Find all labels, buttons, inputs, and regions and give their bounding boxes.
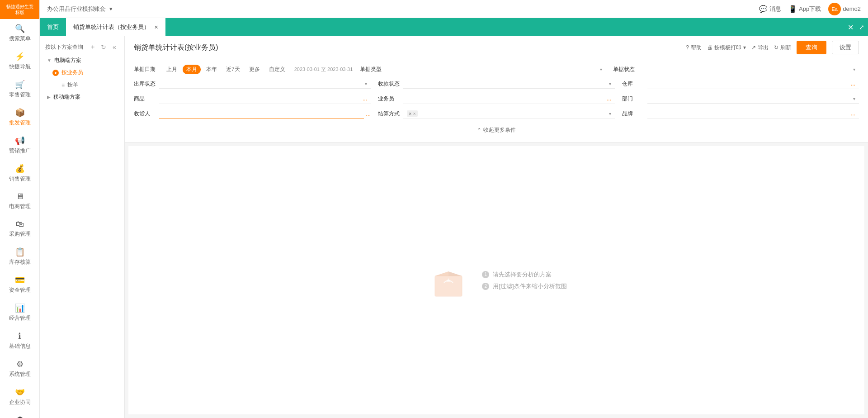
brand-select[interactable]: ...: [647, 109, 859, 119]
message-icon: 💬: [759, 5, 768, 13]
product-select[interactable]: ...: [159, 94, 371, 104]
payment-tag-close-icon[interactable]: ×: [413, 111, 415, 116]
date-tab-this-year[interactable]: 本年: [203, 65, 221, 74]
date-tab-last-month[interactable]: 上月: [163, 65, 181, 74]
doc-type-arrow-icon: ▾: [600, 67, 602, 72]
inventory-icon: 📋: [15, 247, 25, 257]
sidebar-item-newbie[interactable]: 🎓 新手引导: [0, 411, 39, 418]
app-download-btn[interactable]: 📱 App下载: [788, 5, 821, 13]
doc-type-label: 单据类型: [360, 66, 382, 73]
sidebar-item-retail[interactable]: 🛒 零售管理: [0, 75, 39, 103]
sidebar-item-ecommerce[interactable]: 🖥 电商管理: [0, 187, 39, 215]
doc-status-select[interactable]: ▾: [638, 65, 859, 74]
sidebar-item-wholesale[interactable]: 📦 批发管理: [0, 103, 39, 131]
help-btn[interactable]: ? 帮助: [686, 44, 702, 52]
tip-num-1: 1: [482, 271, 489, 278]
marketing-icon: 📢: [15, 136, 25, 146]
sidebar: 畅捷通好生意 标版 🔍 搜索菜单 ⚡ 快捷导航 🛒 零售管理 📦 批发管理 📢 …: [0, 0, 40, 418]
warehouse-select[interactable]: ...: [647, 79, 859, 89]
staff-dots[interactable]: ...: [607, 95, 611, 102]
date-tab-more[interactable]: 更多: [245, 65, 264, 74]
sidebar-item-enterprise[interactable]: 🤝 企业协同: [0, 383, 39, 411]
tree-desktop-parent[interactable]: ▼ 电脑端方案: [40, 54, 124, 66]
brand-dots[interactable]: ...: [851, 110, 855, 117]
sidebar-item-operation[interactable]: 📊 经营管理: [0, 299, 39, 327]
receipt-status-select[interactable]: ▾: [403, 80, 615, 89]
date-tab-custom[interactable]: 自定义: [265, 65, 289, 74]
refresh-btn[interactable]: ↻ 刷新: [774, 44, 791, 52]
panel-actions: ＋ ↻ «: [88, 43, 119, 52]
tab-maximize-icon[interactable]: ⤢: [859, 24, 864, 31]
collapse-chevron-icon: ⌃: [477, 127, 481, 133]
active-dot-icon: ●: [52, 70, 59, 76]
product-dots[interactable]: ...: [363, 95, 367, 102]
print-btn[interactable]: 🖨 按模板打印 ▾: [707, 44, 746, 52]
sidebar-item-search[interactable]: 🔍 搜索菜单: [0, 19, 39, 47]
sidebar-item-purchase[interactable]: 🛍 采购管理: [0, 215, 39, 242]
content-area: 按以下方案查询 ＋ ↻ « ▼ 电脑端方案 ● 按业务员 ≡: [40, 36, 868, 418]
app-dropdown-label[interactable]: 办公用品行业模拟账套: [47, 5, 106, 13]
tab-home[interactable]: 首页: [40, 18, 66, 36]
doc-type-select[interactable]: ▾: [385, 65, 606, 74]
user-menu-btn[interactable]: Ea demo2: [828, 3, 861, 15]
tree-by-staff[interactable]: ● 按业务员: [40, 66, 124, 79]
out-status-arrow-icon: ▾: [365, 81, 367, 86]
date-tab-this-month[interactable]: 本月: [183, 65, 201, 74]
dept-select[interactable]: ▾: [647, 95, 859, 104]
staff-label: 业务员: [378, 95, 400, 103]
tree-mobile-parent[interactable]: ▶ 移动端方案: [40, 91, 124, 103]
newbie-icon: 🎓: [15, 415, 25, 418]
empty-tip-1: 1 请先选择要分析的方案: [482, 271, 566, 279]
print-icon: 🖨: [707, 44, 712, 51]
filter-area: 单据日期 上月 本月 本年 近7天 更多 自定义 2023-03-01 至 20…: [125, 59, 868, 142]
collapse-btn[interactable]: ⌃ 收起更多条件: [134, 124, 859, 137]
dropdown-arrow-icon[interactable]: ▾: [109, 5, 113, 12]
operation-icon: 📊: [15, 303, 25, 313]
receiver-dots[interactable]: ...: [366, 110, 371, 117]
tab-bar: 首页 销货单统计计表（按业务员） ✕ ✕ ⤢: [40, 18, 868, 36]
payment-select[interactable]: × × ▾: [403, 109, 615, 119]
tip-num-2: 2: [482, 283, 489, 290]
date-tab-7days[interactable]: 近7天: [222, 65, 244, 74]
retail-icon: 🛒: [15, 80, 25, 90]
dept-label: 部门: [622, 95, 644, 103]
brand-label: 品牌: [622, 110, 644, 118]
main-area: 办公用品行业模拟账套 ▾ 💬 消息 📱 App下载 Ea demo2 首页: [40, 0, 868, 418]
filter-row-2: 出库状态 ▾ 收款状态 ▾ 仓库: [134, 79, 859, 89]
staff-select[interactable]: ...: [403, 94, 615, 104]
filter-receiver-item: 收货人 ...: [134, 109, 371, 119]
warehouse-dots[interactable]: ...: [851, 81, 855, 87]
panel-add-btn[interactable]: ＋: [88, 43, 97, 52]
tab-report[interactable]: 销货单统计计表（按业务员） ✕: [66, 18, 165, 36]
tab-close-window-icon[interactable]: ✕: [848, 23, 854, 32]
page-title-bar: 销货单统计计表(按业务员) ? 帮助 🖨 按模板打印 ▾ ↗ 导出: [125, 36, 868, 59]
sidebar-item-system[interactable]: ⚙ 系统管理: [0, 355, 39, 383]
panel-collapse-btn[interactable]: «: [110, 43, 119, 52]
sidebar-item-marketing[interactable]: 📢 营销推广: [0, 131, 39, 159]
sidebar-item-inventory[interactable]: 📋 库存核算: [0, 242, 39, 271]
out-status-select[interactable]: ▾: [159, 80, 371, 89]
wholesale-icon: 📦: [15, 108, 25, 118]
out-status-label: 出库状态: [134, 80, 156, 88]
header-left: 办公用品行业模拟账套 ▾: [47, 5, 113, 13]
order-icon: ≡: [61, 82, 65, 88]
sidebar-item-sales[interactable]: 💰 销售管理: [0, 159, 39, 187]
panel-refresh-btn[interactable]: ↻: [99, 43, 108, 52]
message-btn[interactable]: 💬 消息: [759, 5, 781, 13]
tree-by-order[interactable]: ≡ 按单: [40, 79, 124, 91]
download-icon: 📱: [788, 5, 797, 13]
query-button[interactable]: 查询: [797, 41, 826, 54]
payment-tag: × ×: [407, 110, 418, 117]
avatar: Ea: [828, 3, 841, 15]
sidebar-item-quick[interactable]: ⚡ 快捷导航: [0, 47, 39, 75]
search-icon: 🔍: [15, 24, 25, 33]
setting-button[interactable]: 设置: [832, 41, 859, 54]
sidebar-item-finance[interactable]: 💳 资金管理: [0, 271, 39, 299]
receiver-input[interactable]: [159, 109, 364, 119]
enterprise-icon: 🤝: [15, 387, 25, 397]
filter-doc-status-item: 单据状态 ▾: [613, 65, 859, 74]
sidebar-item-basic[interactable]: ℹ 基础信息: [0, 327, 39, 355]
export-btn[interactable]: ↗ 导出: [751, 44, 769, 52]
tab-close-icon[interactable]: ✕: [154, 24, 158, 30]
tree-desktop: ▼ 电脑端方案 ● 按业务员 ≡ 按单: [40, 54, 124, 91]
